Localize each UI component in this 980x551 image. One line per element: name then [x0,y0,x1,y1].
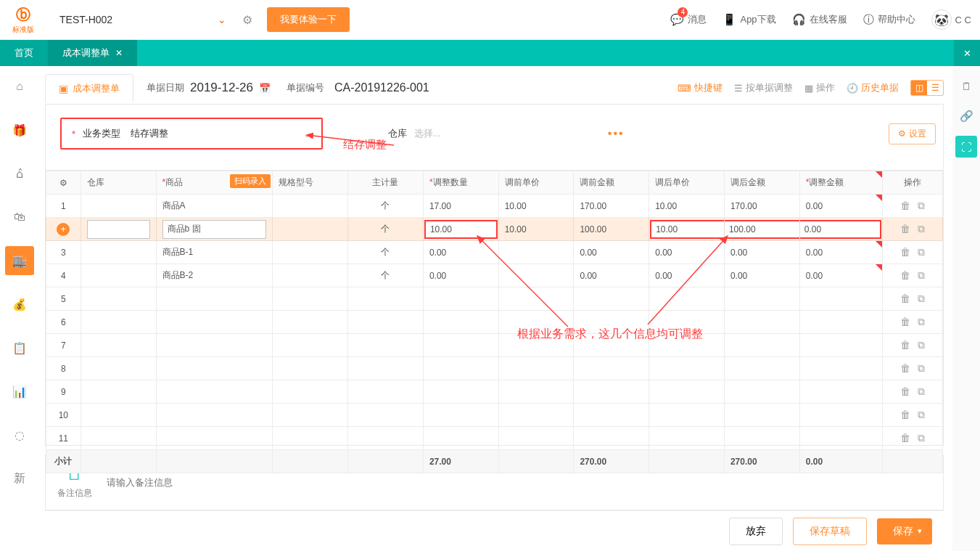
table-row[interactable]: +商品b 固个10.0010.00100.0010.00100.000.00🗑⧉ [46,218,943,241]
right-expand-icon[interactable]: ⛶ [955,136,977,158]
copy-icon[interactable]: ⧉ [918,362,925,375]
history-icon: 🕘 [847,83,858,94]
delete-icon[interactable]: 🗑 [900,246,910,258]
product-input[interactable]: 商品b 固 [162,220,267,239]
doc-header: ▣ 成本调整单 单据日期 2019-12-26 📅 单据编号 CA-201912… [45,72,944,104]
delete-icon[interactable]: 🗑 [900,432,910,444]
operate-button[interactable]: ▦操作 [804,81,835,94]
delete-icon[interactable]: 🗑 [900,362,910,375]
help-button[interactable]: ⓘ 帮助中心 [863,13,915,27]
view-card-icon[interactable]: ◫ [911,81,927,95]
delete-icon[interactable]: 🗑 [900,385,910,398]
more-icon[interactable]: ••• [608,127,625,140]
copy-icon[interactable]: ⧉ [918,293,925,305]
save-draft-button[interactable]: 保存草稿 [793,518,867,545]
col-pre-price: 调前单价 [498,171,574,195]
copy-icon[interactable]: ⧉ [918,200,925,212]
logo-edition: 标准版 [12,25,34,35]
table-row[interactable]: 9🗑⧉ [46,380,943,404]
copy-icon[interactable]: ⧉ [918,316,925,328]
copy-icon[interactable]: ⧉ [918,246,925,258]
close-icon[interactable]: ✕ [115,48,123,58]
column-settings-icon[interactable]: ⚙ [46,171,81,195]
view-toggle[interactable]: ◫ ☰ [910,80,944,96]
right-link-icon[interactable]: 🔗 [955,105,977,127]
save-button[interactable]: 保存▾ [877,518,932,544]
required-mark: * [72,128,75,139]
table-row[interactable]: 11🗑⧉ [46,427,943,450]
delete-icon[interactable]: 🗑 [900,316,910,328]
grid-icon: ▦ [804,83,813,94]
col-spec: 规格型号 [273,171,348,195]
nav-report-icon[interactable]: 📊 [5,377,34,406]
table-row[interactable]: 8🗑⧉ [46,357,943,380]
adjust-by-order-button[interactable]: ☰按单据调整 [734,81,793,94]
copy-icon[interactable]: ⧉ [918,223,925,235]
calendar-icon[interactable]: 📅 [259,83,271,94]
user-menu[interactable]: 🐼 C C [931,9,971,30]
table-row[interactable]: 4商品B-2个0.000.000.000.000.00🗑⧉ [46,264,943,287]
right-sidebar: 🗒 🔗 ⛶ [952,66,980,551]
nav-new-icon[interactable]: 新 [5,464,34,493]
doc-type-tab[interactable]: ▣ 成本调整单 [45,74,133,102]
col-pre-amt: 调前金额 [574,171,649,195]
nav-home-icon[interactable]: ⌂ [5,72,34,101]
warehouse-select[interactable]: 仓库 选择... [388,127,441,140]
table-row[interactable]: 3商品B-1个0.000.000.000.000.00🗑⧉ [46,241,943,264]
nav-sync-icon[interactable]: ◌ [5,420,34,449]
messages-button[interactable]: 💬 消息 4 [670,13,707,26]
copy-icon[interactable]: ⧉ [918,339,925,351]
business-type-select[interactable]: * 业务类型 结存调整 ⌄ [65,122,318,145]
list-icon: ☰ [734,83,743,94]
post-amt-input[interactable]: 100.00 [725,220,799,239]
delete-icon[interactable]: 🗑 [900,293,910,305]
copy-icon[interactable]: ⧉ [918,432,925,444]
add-row-icon[interactable]: + [57,223,70,236]
phone-icon: 📱 [722,13,736,26]
copy-icon[interactable]: ⧉ [918,409,925,421]
discard-button[interactable]: 放弃 [729,518,783,545]
app-download-button[interactable]: 📱 App下载 [722,13,775,26]
tab-cost-adjustment[interactable]: 成本调整单 ✕ [48,40,137,66]
copy-icon[interactable]: ⧉ [918,385,925,398]
warehouse-input[interactable] [87,220,150,239]
company-select[interactable]: TEST-H002 ⌄ [52,8,234,31]
delete-icon[interactable]: 🗑 [900,409,910,421]
online-service-button[interactable]: 🎧 在线客服 [792,13,847,26]
setting-button[interactable]: ⚙设置 [889,123,936,144]
table-row[interactable]: 7🗑⧉ [46,334,943,357]
close-all-tabs[interactable]: ✕ [954,40,980,66]
delete-icon[interactable]: 🗑 [900,223,910,235]
nav-clipboard-icon[interactable]: 📋 [5,333,34,362]
view-list-icon[interactable]: ☰ [927,81,943,95]
qty-input[interactable]: 10.00 [424,220,498,239]
history-button[interactable]: 🕘历史单据 [847,81,899,94]
footer: 放弃 保存草稿 保存▾ [45,510,944,551]
shortcut-button[interactable]: ⌨快捷键 [678,81,722,94]
table-row[interactable]: 1商品A个17.0010.00170.0010.00170.000.00🗑⧉ [46,195,943,218]
remark-input[interactable] [107,477,931,488]
scan-input-button[interactable]: 扫码录入 [230,174,271,188]
post-price-input[interactable]: 10.00 [650,220,724,239]
copy-icon[interactable]: ⧉ [918,269,925,282]
delete-icon[interactable]: 🗑 [900,200,910,212]
nav-money-icon[interactable]: 💰 [5,290,34,319]
nav-warehouse-icon[interactable]: 🏬 [5,246,34,275]
nav-house-icon[interactable]: ⌂̂ [5,159,34,188]
tab-home[interactable]: 首页 [0,40,48,66]
delete-icon[interactable]: 🗑 [900,269,910,282]
nav-bag-icon[interactable]: 🛍 [5,203,34,232]
table-row[interactable]: 5🗑⧉ [46,287,943,311]
nav-gift-icon[interactable]: 🎁 [5,115,34,144]
table-row[interactable]: 6🗑⧉ [46,311,943,334]
gear-icon[interactable]: ⚙ [242,13,252,27]
table-row[interactable]: 10🗑⧉ [46,404,943,427]
chevron-down-icon: ▾ [918,526,922,536]
main-content: ▣ 成本调整单 单据日期 2019-12-26 📅 单据编号 CA-201912… [39,66,952,551]
tab-bar: 首页 成本调整单 ✕ ✕ [0,40,980,66]
doc-date[interactable]: 2019-12-26 [190,81,253,95]
right-note-icon[interactable]: 🗒 [955,75,977,97]
trial-button[interactable]: 我要体验一下 [267,7,350,32]
delete-icon[interactable]: 🗑 [900,339,910,351]
adj-amt-input[interactable]: 0.00 [800,220,881,239]
